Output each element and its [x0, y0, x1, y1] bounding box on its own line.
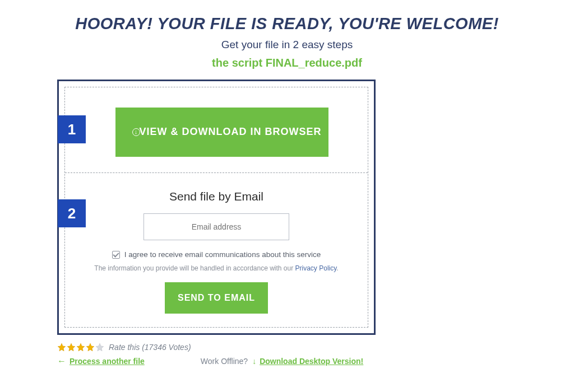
- policy-text: The information you provide will be hand…: [82, 264, 351, 272]
- step-2: Send file by Email I agree to receive em…: [65, 173, 368, 327]
- consent-checkbox[interactable]: [112, 251, 120, 259]
- send-email-button[interactable]: SEND TO EMAIL: [165, 282, 268, 314]
- privacy-policy-link[interactable]: Privacy Policy: [295, 264, 337, 272]
- rating-row: Rate this (17346 Votes): [57, 343, 376, 352]
- step-badge-1: 1: [58, 115, 86, 143]
- policy-suffix: .: [336, 264, 338, 272]
- star-icon: [67, 343, 76, 352]
- consent-row: I agree to receive email communications …: [82, 250, 351, 259]
- subheadline: Get your file in 2 easy steps: [0, 39, 574, 51]
- arrow-left-icon: ←: [57, 356, 66, 366]
- star-rating[interactable]: [57, 343, 104, 352]
- star-icon: [95, 343, 104, 352]
- view-download-button[interactable]: ↓ VIEW & DOWNLOAD IN BROWSER: [115, 108, 328, 157]
- footer: Rate this (17346 Votes) ← Process anothe…: [57, 343, 376, 366]
- download-label: VIEW & DOWNLOAD IN BROWSER: [140, 125, 322, 139]
- arrow-down-icon: ↓: [252, 357, 256, 366]
- links-row: ← Process another file Work Offline? ↓ D…: [57, 356, 376, 366]
- dashed-container: 1 2 ↓ VIEW & DOWNLOAD IN BROWSER Send fi…: [64, 87, 368, 328]
- consent-label: I agree to receive email communications …: [124, 250, 321, 259]
- email-input[interactable]: [144, 213, 289, 240]
- download-icon: ↓: [132, 128, 140, 136]
- process-another-link[interactable]: Process another file: [70, 357, 145, 366]
- work-offline-label: Work Offline?: [201, 357, 248, 366]
- steps-card: 1 2 ↓ VIEW & DOWNLOAD IN BROWSER Send fi…: [57, 80, 376, 335]
- star-icon: [86, 343, 95, 352]
- step-badge-2: 2: [58, 199, 86, 227]
- rate-text: Rate this (17346 Votes): [109, 343, 191, 352]
- filename: the script FINAL_reduce.pdf: [0, 57, 574, 69]
- download-desktop-link[interactable]: Download Desktop Version!: [260, 357, 363, 366]
- headline: HOORAY! YOUR FILE IS READY, YOU'RE WELCO…: [0, 15, 574, 33]
- star-icon: [57, 343, 66, 352]
- send-title: Send file by Email: [82, 190, 351, 203]
- step-1: ↓ VIEW & DOWNLOAD IN BROWSER: [65, 87, 368, 173]
- policy-prefix: The information you provide will be hand…: [94, 264, 295, 272]
- star-icon: [76, 343, 85, 352]
